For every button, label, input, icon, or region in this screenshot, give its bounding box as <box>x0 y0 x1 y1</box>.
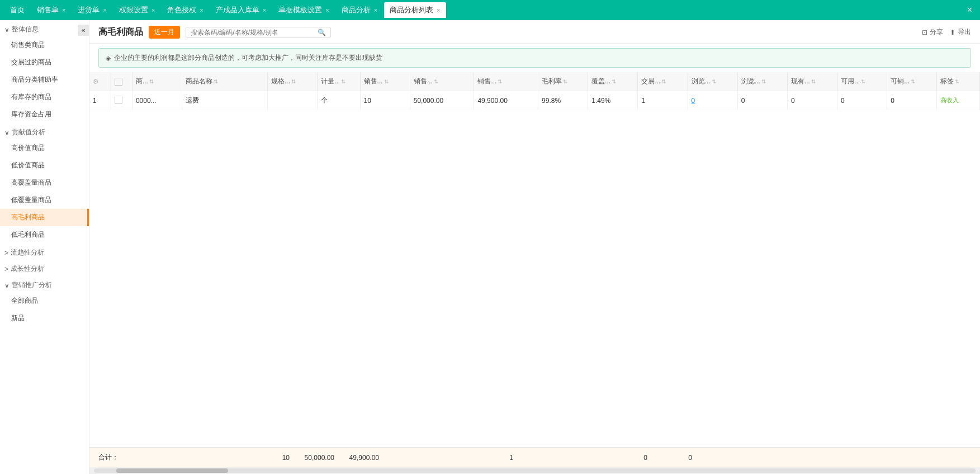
sort-icon-code[interactable]: ⇅ <box>149 78 154 85</box>
cell-name[interactable]: 运费 <box>182 91 268 110</box>
close-tab-role[interactable]: × <box>200 7 203 13</box>
sidebar-item-high-margin[interactable]: 高毛利商品 <box>0 209 89 226</box>
col-header-sales_cost[interactable]: 销售...⇅ <box>474 72 538 91</box>
close-tab-sales[interactable]: × <box>62 7 65 13</box>
footer-cells: 10 50,000.00 49,900.00 1 0 0 <box>148 454 971 462</box>
sort-icon-browse1[interactable]: ⇅ <box>712 78 716 85</box>
cell-current_stock: 0 <box>787 91 837 110</box>
cell-browse1[interactable]: 0 <box>688 91 737 110</box>
scrollbar-thumb[interactable] <box>116 468 228 473</box>
sidebar-item-sales-goods[interactable]: 销售类商品 <box>0 36 89 54</box>
sidebar-item-low-value[interactable]: 低价值商品 <box>0 157 89 174</box>
nav-tab-import[interactable]: 进货单× <box>72 2 112 18</box>
bottom-scrollbar[interactable] <box>89 467 980 474</box>
cell-code: 0000... <box>132 91 182 110</box>
col-header-coverage[interactable]: 覆盖...⇅ <box>588 72 638 91</box>
sort-icon-tag[interactable]: ⇅ <box>955 78 959 85</box>
sort-icon-gross_margin[interactable]: ⇅ <box>563 78 567 85</box>
col-header-available[interactable]: 可用...⇅ <box>837 72 887 91</box>
col-header-name[interactable]: 商品名称⇅ <box>182 72 268 91</box>
sidebar-group-title-trend-analysis[interactable]: >流趋性分析 <box>0 243 89 260</box>
nav-tab-home[interactable]: 首页 <box>4 2 30 18</box>
sort-icon-name[interactable]: ⇅ <box>214 78 218 85</box>
sidebar-item-low-freq[interactable]: 低覆盖量商品 <box>0 191 89 209</box>
sort-icon-browse2[interactable]: ⇅ <box>761 78 766 85</box>
col-header-sales_amount[interactable]: 销售...⇅ <box>410 72 474 91</box>
sort-icon-unit[interactable]: ⇅ <box>341 78 345 85</box>
col-header-sellable[interactable]: 可销...⇅ <box>887 72 937 91</box>
chevron-icon: > <box>4 265 8 273</box>
sort-icon-available[interactable]: ⇅ <box>861 78 865 85</box>
col-label-unit: 计量... <box>321 77 340 86</box>
col-header-transaction[interactable]: 交易...⇅ <box>638 72 688 91</box>
sidebar-item-high-value[interactable]: 高价值商品 <box>0 139 89 157</box>
col-header-index[interactable]: ⚙ <box>89 72 111 91</box>
close-tab-analysis[interactable]: × <box>374 7 377 13</box>
row-checkbox[interactable] <box>115 96 122 104</box>
sidebar-group-title-overall[interactable]: ∨整体信息 <box>0 20 89 36</box>
sort-icon-coverage[interactable]: ⇅ <box>612 78 616 85</box>
col-header-sales_qty[interactable]: 销售...⇅ <box>360 72 410 91</box>
nav-tab-analysis-list[interactable]: 商品分析列表× <box>384 2 446 18</box>
table-wrapper: ⚙商...⇅商品名称⇅规格...⇅计量...⇅销售...⇅销售...⇅销售...… <box>89 72 980 447</box>
nav-tab-product-import[interactable]: 产成品入库单× <box>210 2 272 18</box>
footer-sales-cost: 49,900.00 <box>338 454 382 462</box>
browse-link[interactable]: 0 <box>692 97 695 105</box>
search-icon[interactable]: 🔍 <box>318 29 326 36</box>
col-header-checkbox[interactable] <box>111 72 132 91</box>
sidebar-collapse-button[interactable]: « <box>78 25 89 36</box>
close-tab-permission[interactable]: × <box>152 7 155 13</box>
nav-tab-sales[interactable]: 销售单× <box>31 2 71 18</box>
sidebar-item-traded-goods[interactable]: 交易过的商品 <box>0 54 89 71</box>
col-header-current_stock[interactable]: 现有...⇅ <box>787 72 837 91</box>
top-nav: 首页销售单×进货单×权限设置×角色授权×产成品入库单×单据模板设置×商品分析×商… <box>0 0 980 20</box>
col-label-sales_cost: 销售... <box>477 77 496 86</box>
sort-icon-sales_amount[interactable]: ⇅ <box>434 78 438 85</box>
select-all-checkbox[interactable] <box>115 78 122 86</box>
search-input[interactable] <box>191 29 315 36</box>
close-tab-import[interactable]: × <box>103 7 106 13</box>
export-button[interactable]: ⬆ 导出 <box>950 27 971 37</box>
col-header-tag[interactable]: 标签⇅ <box>937 72 980 91</box>
sidebar-group-trend-analysis: >流趋性分析 <box>0 243 89 260</box>
sort-icon-sales_qty[interactable]: ⇅ <box>384 78 389 85</box>
sidebar-item-new-goods[interactable]: 新品 <box>0 309 89 327</box>
time-filter-button[interactable]: 近一月 <box>149 26 180 39</box>
col-header-browse1[interactable]: 浏览...⇅ <box>688 72 737 91</box>
sidebar-group-title-asset-analysis[interactable]: ∨贡献值分析 <box>0 123 89 139</box>
cell-unit: 个 <box>318 91 360 110</box>
sort-icon-current_stock[interactable]: ⇅ <box>811 78 816 85</box>
sidebar-group-title-growth-analysis[interactable]: >成长性分析 <box>0 260 89 276</box>
cell-checkbox <box>111 91 132 110</box>
sidebar-item-low-margin[interactable]: 低毛利商品 <box>0 226 89 243</box>
sidebar-item-inventory-goods[interactable]: 有库存的商品 <box>0 88 89 106</box>
sidebar-item-inventory-capital[interactable]: 库存资金占用 <box>0 106 89 123</box>
nav-tab-role[interactable]: 角色授权× <box>162 2 209 18</box>
sort-icon-sales_cost[interactable]: ⇅ <box>498 78 502 85</box>
nav-tab-permission[interactable]: 权限设置× <box>113 2 160 18</box>
share-button[interactable]: ⊡ 分享 <box>922 27 943 37</box>
sidebar-group-title-marketing-analysis[interactable]: ∨营销推广分析 <box>0 276 89 292</box>
sort-icon-transaction[interactable]: ⇅ <box>661 78 666 85</box>
close-tab-analysis-list[interactable]: × <box>437 7 440 13</box>
col-header-gross_margin[interactable]: 毛利率⇅ <box>538 72 588 91</box>
sidebar-item-high-freq[interactable]: 高覆盖量商品 <box>0 174 89 191</box>
close-tab-template[interactable]: × <box>325 7 329 13</box>
close-all-button[interactable]: × <box>964 5 976 15</box>
col-header-browse2[interactable]: 浏览...⇅ <box>737 72 787 91</box>
sidebar-item-analysis-assist[interactable]: 商品分类辅助率 <box>0 71 89 88</box>
nav-tab-template[interactable]: 单据模板设置× <box>273 2 334 18</box>
sidebar: « ∨整体信息销售类商品交易过的商品商品分类辅助率有库存的商品库存资金占用∨贡献… <box>0 20 89 474</box>
nav-tab-analysis[interactable]: 商品分析× <box>336 2 383 18</box>
cell-transaction: 1 <box>638 91 688 110</box>
sort-icon-sellable[interactable]: ⇅ <box>911 78 915 85</box>
sort-icon-spec[interactable]: ⇅ <box>291 78 296 85</box>
sidebar-item-all-goods[interactable]: 全部商品 <box>0 292 89 309</box>
cell-index: 1 <box>89 91 111 110</box>
col-header-spec[interactable]: 规格...⇅ <box>267 72 317 91</box>
settings-icon[interactable]: ⚙ <box>93 78 99 86</box>
close-tab-product-import[interactable]: × <box>263 7 266 13</box>
col-header-code[interactable]: 商...⇅ <box>132 72 182 91</box>
col-header-unit[interactable]: 计量...⇅ <box>318 72 360 91</box>
share-icon: ⊡ <box>922 29 927 36</box>
